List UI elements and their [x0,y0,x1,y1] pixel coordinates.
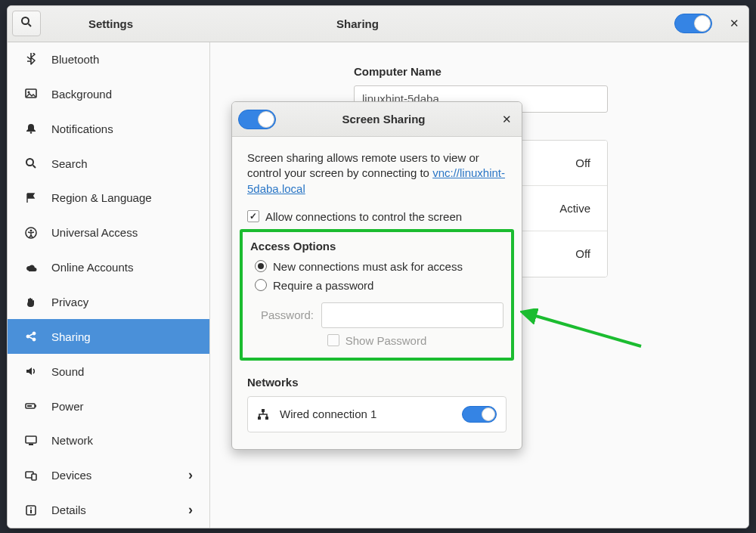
sidebar-item-details[interactable]: Details › [8,493,209,528]
wired-network-icon [257,408,269,420]
network-name: Wired connection 1 [280,407,451,420]
dialog-close-button[interactable]: ✕ [491,113,522,126]
svg-point-20 [30,507,32,509]
radio-ask[interactable] [255,260,267,272]
accessibility-icon [24,227,38,239]
svg-point-9 [26,335,29,338]
network-icon [24,435,38,447]
service-status: Off [575,156,590,169]
radio-password-row[interactable]: Require a password [250,276,503,295]
show-password-label: Show Password [345,334,427,347]
devices-icon [24,469,38,482]
chevron-right-icon: › [188,467,193,483]
dialog-header: Screen Sharing ✕ [232,102,522,137]
cloud-icon [24,262,38,274]
dialog-body: Screen sharing allows remote users to vi… [232,137,522,449]
sidebar: Bluetooth Background Notifications Searc… [8,42,210,528]
sidebar-item-notifications[interactable]: Notifications [8,111,209,146]
sidebar-item-region[interactable]: Region & Language [8,181,209,215]
radio-ask-label: New connections must ask for access [273,260,463,273]
svg-rect-21 [30,510,32,513]
sidebar-item-label: Sharing [51,330,91,343]
networks-title: Networks [247,376,507,389]
screen-sharing-dialog: Screen Sharing ✕ Screen sharing allows r… [231,101,522,450]
sidebar-item-network[interactable]: Network [8,423,209,458]
sidebar-item-label: Devices [51,469,91,482]
svg-rect-24 [265,417,268,420]
network-toggle[interactable] [462,406,497,423]
show-password-checkbox [327,334,339,346]
sidebar-item-privacy[interactable]: Privacy [8,285,209,320]
access-options-section: Access Options New connections must ask … [240,229,514,361]
background-icon [24,88,38,100]
sidebar-item-power[interactable]: Power [8,389,209,423]
header-bar: Settings Sharing ✕ [8,6,748,42]
password-row: Password: [261,302,503,328]
sidebar-item-universal[interactable]: Universal Access [8,215,209,250]
sidebar-item-devices[interactable]: Devices › [8,458,209,493]
dialog-title: Screen Sharing [276,113,491,126]
hand-icon [24,296,38,308]
svg-point-11 [33,338,36,341]
sidebar-item-search[interactable]: Search [8,146,209,181]
allow-control-row[interactable]: Allow connections to control the screen [247,210,507,223]
sidebar-item-label: Region & Language [51,191,152,204]
window-close-button[interactable]: ✕ [720,5,748,42]
radio-password[interactable] [255,279,267,291]
sidebar-item-label: Bluetooth [51,53,99,66]
close-icon: ✕ [502,113,512,126]
service-status: Active [559,202,590,215]
svg-rect-13 [36,405,37,407]
show-password-row: Show Password [250,334,503,347]
sidebar-item-bluetooth[interactable]: Bluetooth [8,42,209,77]
svg-point-4 [30,132,33,134]
svg-point-3 [28,91,30,94]
speaker-icon [24,365,38,377]
svg-line-6 [33,166,36,169]
bell-icon [24,122,38,135]
sidebar-item-label: Background [51,88,112,101]
details-icon [24,504,38,516]
sidebar-item-label: Network [51,434,93,447]
sharing-master-toggle[interactable] [674,14,712,33]
sidebar-item-label: Sound [51,365,84,378]
sidebar-item-sound[interactable]: Sound [8,354,209,389]
svg-point-8 [30,229,33,231]
sidebar-item-online[interactable]: Online Accounts [8,250,209,285]
sidebar-item-background[interactable]: Background [8,76,209,111]
svg-point-5 [26,159,33,166]
sidebar-item-label: Power [51,400,84,413]
sidebar-title: Settings [8,17,214,30]
svg-rect-23 [258,417,261,420]
share-icon [24,330,38,342]
radio-ask-row[interactable]: New connections must ask for access [250,257,503,276]
radio-password-label: Require a password [273,279,373,292]
chevron-right-icon: › [188,502,193,518]
sidebar-item-label: Universal Access [51,226,138,239]
bluetooth-icon [24,53,38,65]
battery-icon [24,400,38,412]
svg-rect-15 [26,436,36,443]
dialog-description: Screen sharing allows remote users to vi… [247,150,507,197]
svg-point-10 [33,332,36,335]
password-label: Password: [261,308,314,321]
sidebar-item-label: Search [51,157,88,170]
access-options-title: Access Options [250,240,503,253]
service-status: Off [575,247,590,260]
password-input [321,302,503,328]
sidebar-item-label: Privacy [51,296,88,308]
sidebar-item-label: Notifications [51,122,113,135]
close-icon: ✕ [730,17,739,30]
allow-control-label: Allow connections to control the screen [265,210,462,223]
svg-rect-18 [32,474,36,480]
computer-name-label: Computer Name [354,65,442,78]
sidebar-item-label: Online Accounts [51,261,133,274]
sidebar-item-label: Details [51,504,86,516]
allow-control-checkbox[interactable] [247,210,259,222]
sidebar-item-sharing[interactable]: Sharing [8,319,209,354]
flag-icon [24,192,38,204]
search-icon [24,157,38,169]
svg-rect-14 [27,405,32,407]
network-row: Wired connection 1 [247,396,507,432]
screen-sharing-toggle[interactable] [238,110,276,129]
